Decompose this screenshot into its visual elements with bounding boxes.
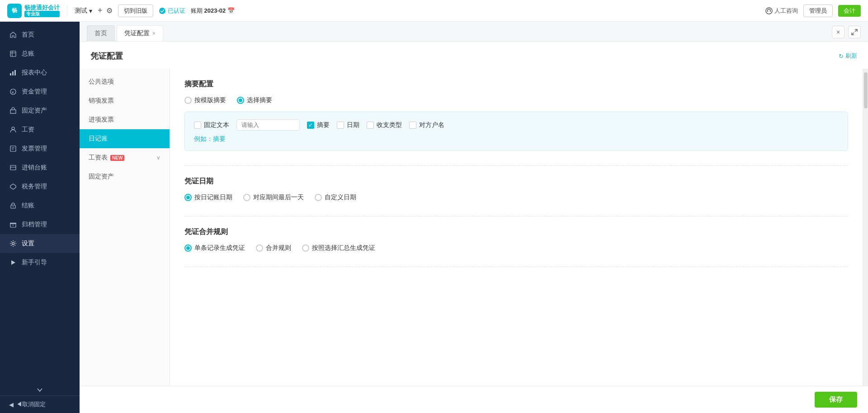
fixed-text-checkbox (194, 122, 201, 129)
save-btn[interactable]: 保存 (815, 392, 857, 408)
section-divider-2 (184, 216, 848, 216)
config-nav-public[interactable]: 公共选项 (80, 72, 170, 91)
company-icon: 畅 (7, 4, 22, 18)
capital-icon: ¥ (9, 88, 17, 96)
content-area: 首页 凭证配置 × × 凭证配置 ↻ 刷新 (80, 22, 868, 413)
main-layout: 首页 总账 报表中心 ¥ 资金管理 (0, 22, 868, 413)
checkbox-summary[interactable]: ✓ 摘要 (307, 121, 330, 129)
sidebar-item-home[interactable]: 首页 (0, 25, 80, 44)
fixed-text-input[interactable] (236, 119, 300, 131)
radio-journal-date[interactable]: 按日记账日期 (184, 193, 232, 202)
tab-voucher-config-label: 凭证配置 (124, 29, 150, 38)
svg-rect-7 (10, 73, 11, 75)
calendar-icon[interactable]: 📅 (227, 7, 235, 14)
sidebar-item-archive[interactable]: 归档管理 (0, 215, 80, 234)
svg-point-20 (13, 206, 14, 207)
section-divider-3 (184, 267, 848, 267)
svg-rect-17 (10, 165, 16, 170)
fixed-text-label: 固定文本 (204, 121, 229, 129)
expand-arrow-icon: ∨ (156, 155, 160, 161)
checkbox-counterpart[interactable]: 对方户名 (409, 121, 444, 129)
radio-custom-date-label: 自定义日期 (325, 193, 356, 202)
svg-marker-25 (11, 260, 15, 265)
radio-custom-date[interactable]: 自定义日期 (315, 193, 356, 202)
sidebar-item-settings[interactable]: 设置 (0, 234, 80, 253)
sidebar-item-label: 总账 (22, 50, 34, 58)
sidebar-item-label: 新手引导 (22, 258, 47, 267)
svg-point-24 (12, 243, 14, 245)
sidebar-item-payroll[interactable]: 工资 (0, 120, 80, 139)
sidebar-item-tax[interactable]: 税务管理 (0, 177, 80, 196)
close-tab-btn[interactable]: × (832, 26, 844, 38)
sidebar-item-closing[interactable]: 结账 (0, 196, 80, 215)
sidebar-scroll-down[interactable] (0, 385, 80, 395)
radio-single-record-label: 单条记录生成凭证 (194, 244, 245, 252)
consult-btn[interactable]: 人工咨询 (765, 7, 798, 15)
config-layout: 公共选项 销项发票 进项发票 日记账 工资表 NEW (80, 69, 868, 386)
radio-single-record-circle (184, 244, 192, 252)
cancel-fixed-label: ◀取消固定 (16, 400, 46, 408)
sidebar-item-label: 资金管理 (22, 88, 47, 96)
config-main-wrapper: 摘要配置 按模版摘要 选择摘要 (170, 69, 868, 386)
radio-template[interactable]: 按模版摘要 (184, 96, 226, 104)
cancel-fixed-btn[interactable]: ◀ ◀取消固定 (0, 395, 80, 413)
config-sidenav: 公共选项 销项发票 进项发票 日记账 工资表 NEW (80, 69, 170, 386)
config-nav-journal[interactable]: 日记账 (80, 129, 170, 148)
radio-merge-rules-label: 合并规则 (266, 244, 291, 252)
sidebar: 首页 总账 报表中心 ¥ 资金管理 (0, 22, 80, 413)
switch-old-btn[interactable]: 切到旧版 (118, 5, 153, 17)
sidebar-item-assets[interactable]: 固定资产 (0, 101, 80, 120)
radio-select[interactable]: 选择摘要 (237, 96, 272, 104)
config-nav-sales-invoice[interactable]: 销项发票 (80, 91, 170, 110)
add-icon[interactable]: + (98, 6, 103, 15)
page-title: 凭证配置 (90, 51, 123, 61)
settings-icon[interactable]: ⚙ (106, 6, 113, 15)
left-arrow-icon: ◀ (9, 401, 14, 408)
config-nav-purchase-invoice[interactable]: 进项发票 (80, 110, 170, 129)
workspace-selector[interactable]: 测试 ▾ (75, 7, 92, 15)
voucher-merge-section: 凭证合并规则 单条记录生成凭证 合并规则 (184, 227, 848, 252)
svg-rect-8 (12, 71, 14, 75)
svg-text:¥: ¥ (11, 90, 14, 94)
sidebar-item-reports[interactable]: 报表中心 (0, 63, 80, 82)
voucher-merge-radio-group: 单条记录生成凭证 合并规则 按照选择汇总生成凭证 (184, 244, 848, 252)
sidebar-item-ledger[interactable]: 总账 (0, 44, 80, 63)
config-nav-fixed-assets[interactable]: 固定资产 (80, 167, 170, 186)
checkbox-income-type[interactable]: 收支类型 (367, 121, 402, 129)
config-main: 摘要配置 按模版摘要 选择摘要 (170, 69, 863, 386)
sidebar-item-capital[interactable]: ¥ 资金管理 (0, 82, 80, 101)
sidebar-item-guide[interactable]: 新手引导 (0, 253, 80, 272)
settings-icon (9, 239, 17, 248)
tab-close-icon[interactable]: × (152, 31, 156, 36)
page-header: 凭证配置 ↻ 刷新 (80, 42, 868, 69)
refresh-btn[interactable]: ↻ 刷新 (839, 52, 857, 60)
summary-label: 摘要 (317, 121, 330, 129)
assets-icon (9, 107, 17, 115)
tab-home[interactable]: 首页 (87, 25, 115, 41)
scrollbar-track[interactable] (863, 69, 868, 386)
closing-icon (9, 202, 17, 210)
config-nav-payroll-table[interactable]: 工资表 NEW ∨ (80, 148, 170, 167)
checkbox-fixed-text[interactable]: 固定文本 (194, 121, 229, 129)
tab-voucher-config[interactable]: 凭证配置 × (117, 25, 163, 41)
period-display: 账期 2023-02 📅 (191, 7, 235, 15)
guide-icon (9, 258, 17, 267)
topbar-divider (67, 5, 67, 16)
counterpart-checkbox (409, 122, 416, 129)
radio-period-last-day[interactable]: 对应期间最后一天 (243, 193, 304, 202)
tax-icon (9, 183, 17, 191)
radio-merge-rules[interactable]: 合并规则 (256, 244, 291, 252)
admin-btn[interactable]: 管理员 (803, 5, 833, 17)
sidebar-item-invoice[interactable]: 发票管理 (0, 139, 80, 158)
radio-single-record[interactable]: 单条记录生成凭证 (184, 244, 245, 252)
sidebar-item-sales[interactable]: 进销台账 (0, 158, 80, 177)
svg-point-0 (159, 8, 165, 14)
radio-aggregate-selected[interactable]: 按照选择汇总生成凭证 (302, 244, 375, 252)
options-box: 固定文本 ✓ 摘要 日期 (184, 112, 848, 151)
accountant-btn[interactable]: 会计 (838, 5, 861, 17)
checkbox-date[interactable]: 日期 (337, 121, 359, 129)
tab-bar-actions: × (832, 26, 861, 41)
svg-rect-12 (10, 110, 16, 113)
new-badge: NEW (110, 155, 124, 161)
expand-btn[interactable] (848, 26, 861, 38)
